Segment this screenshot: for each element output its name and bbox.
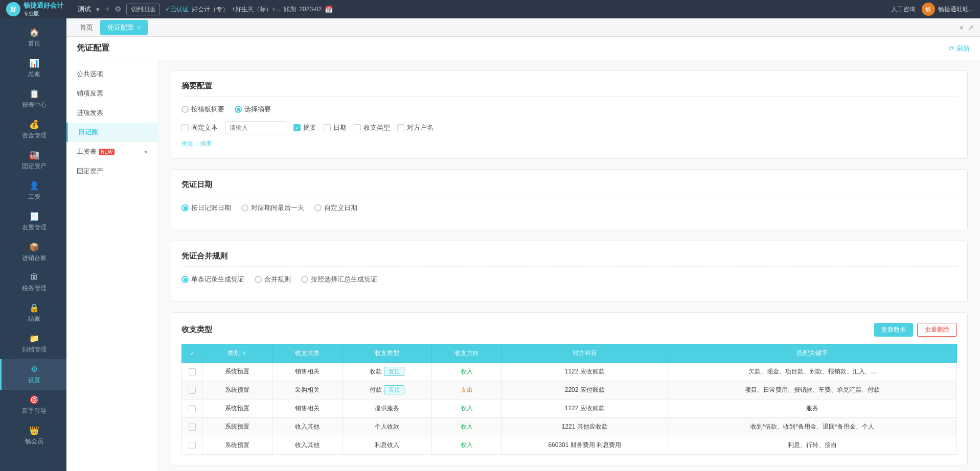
- sidebar-item-sales[interactable]: 📦 进销台账: [0, 237, 66, 268]
- sidebar-label-salary: 工资: [28, 193, 40, 201]
- sidebar: 🏠 首页 📊 总账 📋 报表中心 💰 资金管理 🏭 固定资产 👤 工资 🧾 发票…: [0, 18, 66, 471]
- cell-stype-2: 付款 置顶: [342, 381, 431, 399]
- close-window-button[interactable]: ×: [960, 23, 964, 32]
- reset-tag-1[interactable]: 置顶: [384, 367, 404, 376]
- cell-type-4: 系统预置: [202, 418, 272, 436]
- radio-custom-date[interactable]: 自定义日期: [314, 203, 357, 213]
- radio-select-summary[interactable]: 选择摘要: [235, 105, 271, 114]
- radio-single-record[interactable]: 单条记录生成凭证: [181, 275, 244, 284]
- settings-nav-icon: ⚙: [31, 364, 38, 374]
- left-nav-purchase-invoice[interactable]: 进项发票: [66, 103, 158, 123]
- cell-type-1: 系统预置: [202, 363, 272, 381]
- tab-voucher-config-label: 凭证配置: [107, 23, 134, 32]
- batch-delete-button[interactable]: 批量删除: [917, 323, 957, 337]
- th-account: 对方科目: [502, 344, 668, 363]
- page-title: 凭证配置: [77, 43, 109, 54]
- sidebar-item-guide[interactable]: 🎯 新手引导: [0, 390, 66, 420]
- row-checkbox-5[interactable]: [189, 442, 196, 449]
- user-menu[interactable]: 畅 畅捷通旺旺...: [922, 3, 974, 16]
- cell-dir-2: 支出: [431, 381, 502, 399]
- th-category: 类别 ∨: [202, 344, 272, 363]
- settings-icon[interactable]: ⚙: [115, 5, 121, 14]
- left-nav-fixed-assets[interactable]: 固定资产: [66, 161, 158, 181]
- sidebar-item-invoice[interactable]: 🧾 发票管理: [0, 206, 66, 237]
- table-row: 系统预置 收入其他 个人收款 收入 1221 其他应收款 收到*借款、收到*备用…: [182, 418, 957, 436]
- fixed-text-input[interactable]: [225, 121, 286, 134]
- cell-dir-1: 收入: [431, 363, 502, 381]
- radio-summary-generate[interactable]: 按照选择汇总生成凭证: [301, 275, 377, 284]
- row-checkbox-4[interactable]: [189, 423, 196, 431]
- sidebar-item-fixed-assets[interactable]: 🏭 固定资产: [0, 145, 66, 176]
- radio-dot-select: [235, 106, 242, 113]
- row-checkbox-3[interactable]: [189, 405, 196, 412]
- sidebar-item-tax[interactable]: 🏛 税务管理: [0, 268, 66, 298]
- cell-keywords-1: 欠款、现金、项目款、到款、报销款、汇入、...: [668, 363, 956, 381]
- sidebar-item-settings[interactable]: ⚙ 设置: [0, 359, 66, 390]
- sidebar-label-sales: 进销台账: [22, 254, 47, 263]
- sales-icon: 📦: [29, 242, 39, 252]
- checkbox-fixed-text[interactable]: 固定文本: [181, 123, 218, 132]
- cell-stype-1: 收款 置顶: [342, 363, 431, 381]
- checkbox-date[interactable]: 日期: [324, 123, 347, 132]
- left-nav-journal[interactable]: 日记账: [66, 123, 158, 142]
- sidebar-item-member[interactable]: 👑 畅会员: [0, 420, 66, 451]
- left-nav-sales-invoice[interactable]: 销项发票: [66, 84, 158, 103]
- sidebar-item-archive[interactable]: 📁 归档管理: [0, 328, 66, 359]
- radio-template-summary[interactable]: 按模板摘要: [181, 105, 224, 114]
- radio-merge-rule[interactable]: 合并规则: [255, 275, 291, 284]
- page-content: 凭证配置 ⟳ 刷新 公共选项 销项发票 进项发票 日记账 工资表 NEW ▾ 固…: [66, 37, 980, 471]
- sidebar-item-salary[interactable]: 👤 工资: [0, 176, 66, 206]
- sidebar-item-reports[interactable]: 📋 报表中心: [0, 84, 66, 114]
- checkbox-income-type[interactable]: 收支类型: [354, 123, 390, 132]
- table-row: 系统预置 收入其他 利息收入 收入 660301 财务费用 利息费用 利息、行转…: [182, 436, 957, 455]
- maximize-window-button[interactable]: ⤢: [968, 23, 974, 32]
- radio-dot-period-last-day: [241, 204, 248, 211]
- update-data-button[interactable]: 更新数据: [874, 323, 913, 337]
- th-income-type: 收支类型: [342, 344, 431, 363]
- period-label: 账期: [284, 5, 296, 14]
- consult-button[interactable]: 人工咨询: [891, 5, 916, 14]
- switch-version-button[interactable]: 切到旧版: [126, 4, 160, 15]
- cell-stype-5: 利息收入: [342, 436, 431, 455]
- cell-keywords-3: 服务: [668, 399, 956, 418]
- radio-journal-date[interactable]: 按日记账日期: [181, 203, 231, 213]
- tab-close-icon[interactable]: ×: [137, 24, 141, 31]
- cell-type-5: 系统预置: [202, 436, 272, 455]
- new-badge: NEW: [99, 149, 115, 155]
- row-checkbox-1[interactable]: [189, 368, 196, 375]
- reset-tag-2[interactable]: 置顶: [384, 385, 404, 394]
- right-panel: 摘要配置 按模板摘要 选择摘要: [158, 60, 980, 471]
- tab-voucher-config[interactable]: 凭证配置 ×: [100, 20, 148, 35]
- accounting-badge: 好会计（专）: [192, 5, 229, 14]
- table-row: 系统预置 销售相关 收款 置顶 收入 1122 应收账款 欠款、现金、项目款、到…: [182, 363, 957, 381]
- radio-period-last-day[interactable]: 对应期间最后一天: [241, 203, 304, 213]
- th-income-category: 收支大类: [272, 344, 342, 363]
- add-button[interactable]: +: [105, 5, 109, 14]
- tabbar: 首页 凭证配置 × × ⤢: [66, 18, 980, 37]
- member-icon: 👑: [29, 426, 39, 435]
- app-logo: 好 畅捷通好会计 专业版: [6, 1, 73, 17]
- left-nav-public[interactable]: 公共选项: [66, 64, 158, 84]
- status-badges: ✓已认证 好会计（专） +好生意（标）+... 账期 2023-02 📅: [165, 5, 333, 14]
- select-all-checkbox[interactable]: ✓: [189, 350, 196, 357]
- calendar-icon[interactable]: 📅: [325, 6, 333, 13]
- checkbox-summary[interactable]: ✓ 摘要: [293, 123, 316, 132]
- cell-keywords-4: 收到*借款、收到*备用金、退回*备用金、个人: [668, 418, 956, 436]
- checkbox-counterparty[interactable]: 对方户名: [397, 123, 434, 132]
- th-checkbox[interactable]: ✓: [182, 344, 202, 363]
- env-dropdown-icon[interactable]: ▾: [96, 6, 100, 13]
- sidebar-item-home[interactable]: 🏠 首页: [0, 22, 66, 53]
- row-checkbox-2[interactable]: [189, 387, 196, 394]
- left-nav-payroll[interactable]: 工资表 NEW ▾: [66, 142, 158, 161]
- sidebar-item-funds[interactable]: 💰 资金管理: [0, 114, 66, 145]
- cell-type-2: 系统预置: [202, 381, 272, 399]
- sidebar-item-ledger[interactable]: 📊 总账: [0, 53, 66, 84]
- tab-home[interactable]: 首页: [73, 20, 100, 35]
- date-section-title: 凭证日期: [181, 180, 957, 195]
- guide-icon: 🎯: [29, 395, 39, 405]
- table-row: 系统预置 采购相关 付款 置顶 支出 2202 应付账款 项目、日常费用、报销款…: [182, 381, 957, 399]
- sidebar-label-reports: 报表中心: [22, 101, 47, 109]
- refresh-button[interactable]: ⟳ 刷新: [949, 44, 970, 53]
- sidebar-item-close[interactable]: 🔒 结账: [0, 298, 66, 328]
- income-expense-section: 收支类型 更新数据 批量删除 ✓: [171, 312, 968, 465]
